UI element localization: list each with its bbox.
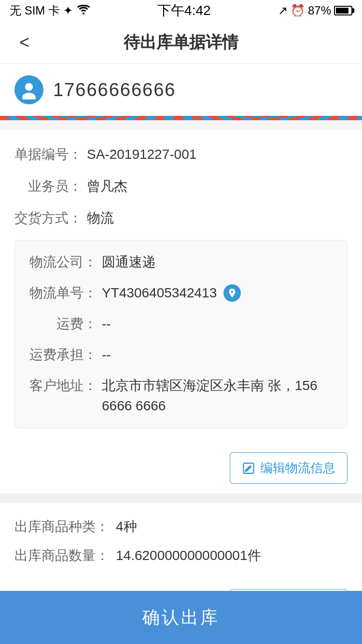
delivery-label: 交货方式： xyxy=(14,208,82,228)
battery-text: 87% xyxy=(308,4,331,17)
avatar xyxy=(14,75,43,104)
edit-btn-row: 编辑物流信息 xyxy=(0,443,362,493)
page-title: 待出库单据详情 xyxy=(124,31,238,54)
product-section: 出库商品种类： 4种 出库商品数量： 14.620000000000001件 xyxy=(0,503,362,579)
battery-icon xyxy=(334,6,352,15)
order-number-row: 单据编号： SA-20191227-001 xyxy=(14,144,348,165)
status-bar: 无 SIM 卡 ✦ 下午4:42 ↗ ⏰ 87% xyxy=(0,0,362,21)
delivery-value: 物流 xyxy=(87,208,348,228)
customer-address-label: 客户地址： xyxy=(29,376,97,396)
freight-value: -- xyxy=(102,314,333,334)
delivery-row: 交货方式： 物流 xyxy=(14,208,348,228)
back-button[interactable]: < xyxy=(14,28,34,57)
location-arrow-icon: ↗ xyxy=(278,4,288,17)
logistics-company-label: 物流公司： xyxy=(29,252,97,272)
freight-bear-value: -- xyxy=(102,345,333,365)
logistics-tracking-row: 物流单号： YT4306405342413 xyxy=(29,283,333,303)
confirm-button-label: 确认出库 xyxy=(142,606,220,630)
salesman-row: 业务员： 曾凡杰 xyxy=(14,176,348,196)
nav-bar: < 待出库单据详情 xyxy=(0,21,362,64)
order-number-value: SA-20191227-001 xyxy=(87,144,348,165)
freight-label: 运费： xyxy=(29,314,97,334)
product-quantity-row: 出库商品数量： 14.620000000000001件 xyxy=(14,546,348,565)
customer-address-row: 客户地址： 北京市市辖区海淀区永丰南 张，156 6666 6666 xyxy=(29,376,333,416)
gray-separator-1 xyxy=(0,493,362,503)
salesman-label: 业务员： xyxy=(14,176,82,196)
logistics-tracking-label: 物流单号： xyxy=(29,283,97,303)
product-type-row: 出库商品种类： 4种 xyxy=(14,518,348,536)
edit-logistics-button[interactable]: 编辑物流信息 xyxy=(230,452,348,484)
logistics-company-row: 物流公司： 圆通速递 xyxy=(29,252,333,272)
wifi-icon xyxy=(77,4,90,17)
product-quantity-label: 出库商品数量： xyxy=(14,546,111,565)
logistics-tracking-value: YT4306405342413 xyxy=(102,283,333,303)
status-bar-left: 无 SIM 卡 ✦ xyxy=(10,3,90,18)
product-quantity-value: 14.620000000000001件 xyxy=(116,546,261,565)
salesman-value: 曾凡杰 xyxy=(87,176,348,196)
customer-header: 17666666666 xyxy=(0,64,362,117)
order-number-label: 单据编号： xyxy=(14,144,82,165)
alarm-icon: ⏰ xyxy=(291,4,305,17)
status-bar-time: 下午4:42 xyxy=(157,1,211,20)
svg-point-0 xyxy=(25,83,33,91)
logistics-card: 物流公司： 圆通速递 物流单号： YT4306405342413 运费： -- xyxy=(14,240,348,428)
order-info-section: 单据编号： SA-20191227-001 业务员： 曾凡杰 交货方式： 物流 … xyxy=(0,130,362,443)
product-type-value: 4种 xyxy=(116,518,137,536)
sim-status: 无 SIM 卡 ✦ xyxy=(10,3,73,18)
svg-point-1 xyxy=(22,93,36,99)
customer-address-value: 北京市市辖区海淀区永丰南 张，156 6666 6666 xyxy=(102,376,333,416)
confirm-button-bar[interactable]: 确认出库 xyxy=(0,591,362,644)
freight-bear-row: 运费承担： -- xyxy=(29,345,333,365)
dashed-divider xyxy=(0,117,362,120)
product-type-label: 出库商品种类： xyxy=(14,518,111,536)
freight-bear-label: 运费承担： xyxy=(29,345,97,365)
main-content: 17666666666 单据编号： SA-20191227-001 业务员： 曾… xyxy=(0,64,362,644)
logistics-company-value: 圆通速递 xyxy=(102,252,333,272)
freight-row: 运费： -- xyxy=(29,314,333,334)
tracking-location-icon[interactable] xyxy=(223,284,241,302)
status-bar-right: ↗ ⏰ 87% xyxy=(278,4,352,17)
customer-phone: 17666666666 xyxy=(53,80,176,100)
